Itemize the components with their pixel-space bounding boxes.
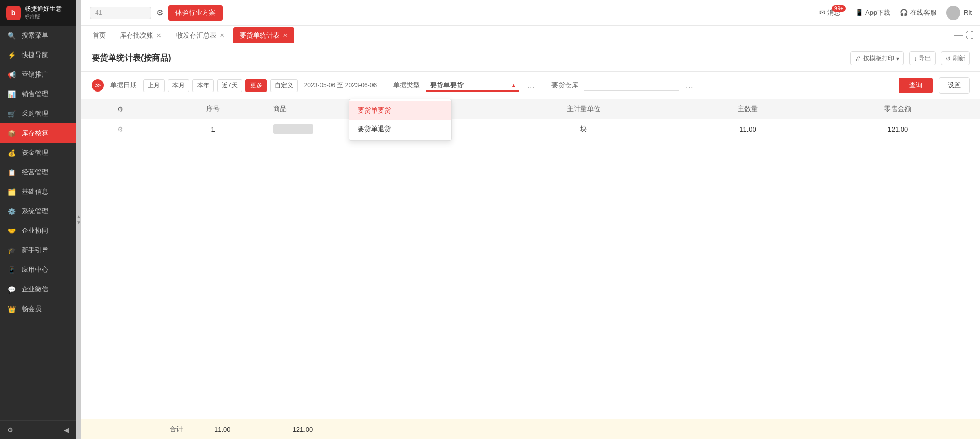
warehouse-input[interactable] (584, 80, 679, 91)
row-qty: 11.00 (680, 119, 816, 139)
tab-order-stats-label: 要货单统计表 (240, 31, 280, 40)
online-service-section[interactable]: 🎧 在线客服 (900, 8, 937, 17)
logo-icon: b (6, 6, 21, 20)
date-quick-buttons: 上月 本月 本年 近7天 更多 自定义 (143, 79, 298, 92)
tab-batch-close[interactable]: ✕ (156, 32, 161, 39)
dropdown-item-order[interactable]: 要货单要货 (349, 101, 451, 120)
sidebar-item-basic-info[interactable]: 🗂️ 基础信息 (0, 182, 76, 202)
data-table: ⚙ 序号 商品 主计量单位 主数量 零售金额 ⚙ 1 商品名称内容 (81, 99, 980, 139)
filter-expand-button[interactable]: ≫ (92, 79, 104, 92)
tabs-bar: 首页 库存批次账 ✕ 收发存汇总表 ✕ 要货单统计表 ✕ — ⛶ (81, 26, 980, 45)
export-label: 导出 (919, 54, 931, 63)
this-year-button[interactable]: 本年 (192, 79, 214, 92)
sidebar-item-label: 经营管理 (22, 168, 48, 177)
sidebar-item-label: 系统管理 (22, 207, 48, 216)
guide-icon: 🎓 (7, 246, 16, 255)
more-dates-label: 更多 (250, 81, 262, 90)
footer-label: 合计 (87, 425, 183, 434)
sidebar-item-label: 搜索菜单 (22, 31, 48, 40)
last-7days-button[interactable]: 近7天 (217, 79, 242, 92)
type-select-wrap: 要货单要货 要货单退货 ▲ (426, 80, 519, 92)
basic-info-icon: 🗂️ (7, 187, 16, 196)
row-num: 1 (159, 119, 267, 139)
footer-amount: 121.00 (262, 426, 344, 433)
page-content: 要货单统计表(按商品) 🖨 按模板打印 ▾ ↓ 导出 ↺ 刷新 ≫ (81, 45, 980, 439)
sidebar-item-guide[interactable]: 🎓 新手引导 (0, 241, 76, 260)
data-table-wrap: ⚙ 序号 商品 主计量单位 主数量 零售金额 ⚙ 1 商品名称内容 (81, 99, 980, 419)
refresh-button[interactable]: ↺ 刷新 (941, 51, 970, 65)
topbar-left: 41 ⚙ 体验行业方案 (90, 5, 223, 21)
collapse-icon[interactable]: ◀ (64, 426, 69, 434)
sidebar-item-label: 营销推广 (22, 70, 48, 79)
refresh-label: 刷新 (953, 54, 965, 63)
sidebar-item-member[interactable]: 👑 畅会员 (0, 299, 76, 319)
column-settings-icon[interactable]: ⚙ (117, 105, 123, 113)
sidebar-item-label: 采购管理 (22, 109, 48, 118)
setting-button[interactable]: 设置 (939, 77, 970, 94)
window-controls: — ⛶ (954, 31, 974, 40)
tab-order-stats-close[interactable]: ✕ (283, 32, 288, 39)
sidebar-item-purchase[interactable]: 🛒 采购管理 (0, 104, 76, 123)
row-gear[interactable]: ⚙ (81, 119, 159, 139)
refresh-icon: ↺ (946, 55, 951, 62)
topbar-gear-icon[interactable]: ⚙ (156, 8, 163, 17)
dropdown-item-return[interactable]: 要货单退货 (349, 120, 451, 138)
sidebar: b 畅捷通好生意 标准版 🔍 搜索菜单 ⚡ 快捷导航 📢 营销推广 📊 销售管理… (0, 0, 76, 439)
sidebar-item-quick-nav[interactable]: ⚡ 快捷导航 (0, 45, 76, 65)
message-section[interactable]: ✉ 消息 99+ (819, 8, 841, 17)
tab-home[interactable]: 首页 (87, 28, 111, 43)
tab-batch[interactable]: 库存批次账 ✕ (113, 27, 168, 43)
app-download-icon: 📱 (855, 9, 863, 16)
query-button[interactable]: 查询 (899, 78, 933, 93)
service-label: 在线客服 (910, 8, 937, 17)
message-icon: ✉ (819, 9, 825, 16)
settings-icon[interactable]: ⚙ (7, 426, 13, 434)
footer-qty: 11.00 (183, 426, 262, 433)
warehouse-more-icon[interactable]: … (685, 81, 693, 90)
sidebar-item-marketing[interactable]: 📢 营销推广 (0, 65, 76, 84)
app-download-section[interactable]: 📱 App下载 (855, 8, 890, 17)
sidebar-item-enterprise[interactable]: 🤝 企业协同 (0, 221, 76, 241)
operations-icon: 📋 (7, 168, 16, 177)
sidebar-item-operations[interactable]: 📋 经营管理 (0, 162, 76, 182)
tab-receivable-close[interactable]: ✕ (220, 32, 224, 39)
sidebar-item-label: 畅会员 (22, 304, 42, 314)
sidebar-item-system[interactable]: ⚙️ 系统管理 (0, 202, 76, 221)
member-icon: 👑 (7, 304, 16, 314)
main-area: 41 ⚙ 体验行业方案 ✉ 消息 99+ 📱 App下载 🎧 在线客服 Rit (81, 0, 980, 439)
app-name: 畅捷通好生意 (25, 5, 62, 13)
app-logo: b 畅捷通好生意 标准版 (0, 0, 76, 26)
sidebar-item-inventory[interactable]: 📦 库存核算 (0, 123, 76, 143)
last-month-button[interactable]: 上月 (143, 79, 165, 92)
sidebar-item-search[interactable]: 🔍 搜索菜单 (0, 26, 76, 45)
product-name-blurred: 商品名称内容 (273, 124, 313, 134)
sidebar-item-label: 资金管理 (22, 148, 48, 157)
more-dates-button[interactable]: 更多 (245, 79, 267, 92)
sidebar-item-label: 企业协同 (22, 226, 48, 235)
trial-button[interactable]: 体验行业方案 (168, 5, 223, 21)
type-more-icon[interactable]: … (527, 81, 535, 90)
tab-receivable[interactable]: 收发存汇总表 ✕ (170, 27, 231, 43)
sidebar-item-sales[interactable]: 📊 销售管理 (0, 84, 76, 104)
col-unit: 主计量单位 (487, 99, 680, 119)
window-minimize-icon[interactable]: — (954, 31, 963, 40)
sidebar-item-app-center[interactable]: 📱 应用中心 (0, 260, 76, 280)
sidebar-item-wechat[interactable]: 💬 企业微信 (0, 280, 76, 299)
user-section[interactable]: Rit (946, 6, 972, 20)
user-avatar (946, 6, 960, 20)
app-download-label: App下载 (865, 8, 890, 17)
window-expand-icon[interactable]: ⛶ (966, 31, 974, 40)
sidebar-item-finance[interactable]: 💰 资金管理 (0, 143, 76, 162)
type-select[interactable]: 要货单要货 要货单退货 (426, 80, 519, 92)
service-icon: 🎧 (900, 9, 908, 16)
sidebar-scroll-handle[interactable]: ▲▼ (76, 0, 81, 439)
this-month-button[interactable]: 本月 (168, 79, 189, 92)
export-button[interactable]: ↓ 导出 (909, 51, 936, 65)
enterprise-icon: 🤝 (7, 226, 16, 235)
user-name: Rit (964, 9, 972, 16)
print-button[interactable]: 🖨 按模板打印 ▾ (850, 51, 904, 65)
wechat-icon: 💬 (7, 285, 16, 294)
tab-order-stats[interactable]: 要货单统计表 ✕ (233, 27, 294, 43)
search-icon: 🔍 (7, 31, 16, 40)
custom-date-button[interactable]: 自定义 (270, 79, 298, 92)
